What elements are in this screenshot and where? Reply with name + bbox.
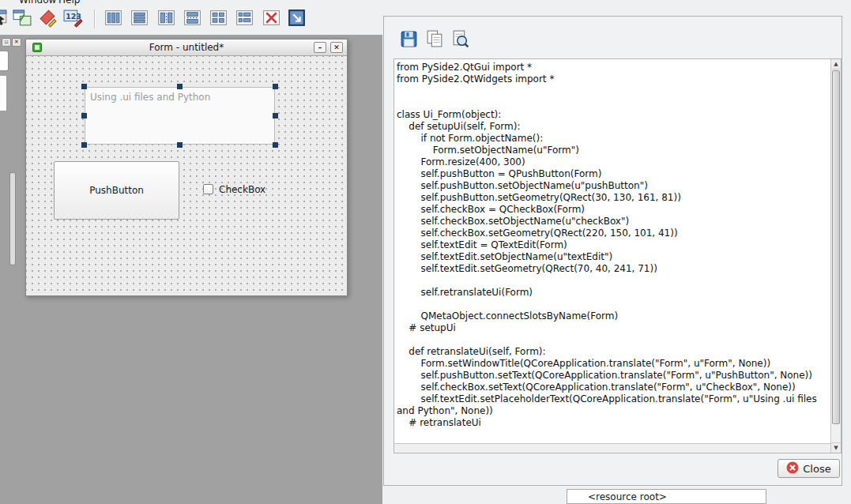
code-line [397, 97, 830, 109]
selection-handle-w[interactable] [81, 113, 87, 118]
checkbox-widget[interactable]: CheckBox [203, 182, 265, 196]
close-button[interactable]: Close [778, 459, 840, 478]
code-line: self.pushButton = QPushButton(Form) [397, 168, 830, 180]
form-canvas[interactable]: Using .ui files and Python PushButton Ch… [26, 56, 347, 295]
code-area: from PySide2.QtGui import *from PySide2.… [393, 58, 842, 453]
scroll-up-arrow[interactable]: ▲ [831, 59, 841, 70]
edit-signals-slots-icon[interactable] [13, 8, 32, 28]
selection-handle-n[interactable] [177, 84, 183, 89]
pushbutton-widget[interactable]: PushButton [54, 161, 179, 220]
menu-help[interactable]: Help [58, 0, 80, 6]
selection-handle-s[interactable] [177, 142, 183, 148]
selection-handle-se[interactable] [273, 142, 278, 148]
code-line: self.checkBox.setObjectName(u"checkBox") [397, 216, 830, 228]
layout-vertical-icon[interactable] [130, 8, 149, 28]
checkbox-indicator[interactable] [203, 184, 213, 194]
textedit-widget[interactable]: Using .ui files and Python [85, 87, 275, 145]
code-line: self.pushButton.setObjectName(u"pushButt… [397, 180, 830, 192]
code-line: self.retranslateUi(Form) [397, 287, 830, 299]
code-editor[interactable]: from PySide2.QtGui import *from PySide2.… [394, 59, 830, 443]
minimize-button[interactable]: – [314, 42, 326, 53]
code-line: self.textEdit.setObjectName(u"textEdit") [397, 251, 830, 263]
code-line: Form.setObjectName(u"Form") [397, 145, 830, 156]
pushbutton-label: PushButton [89, 185, 144, 196]
code-line: def setupUi(self, Form): [397, 121, 830, 133]
code-line: from PySide2.QtWidgets import * [397, 73, 830, 85]
edit-tab-order-icon[interactable]: 123 [63, 8, 83, 28]
dock-close-button[interactable]: ✕ [12, 38, 21, 47]
form-window-title: Form - untitled* [26, 42, 347, 53]
close-window-button[interactable]: ✕ [330, 42, 343, 53]
widgetbox-filter-input[interactable] [0, 51, 9, 71]
menu-window[interactable]: Window [19, 0, 56, 6]
code-line: and Python", None)) [397, 405, 830, 417]
form-designer-window[interactable]: Form - untitled* – ✕ Using .ui files and… [25, 39, 348, 296]
vertical-scrollbar[interactable]: ▲ ▼ [830, 59, 841, 453]
scroll-down-arrow[interactable]: ▼ [831, 442, 841, 453]
layout-vertical-splitter-icon[interactable] [183, 8, 202, 28]
edit-buddies-icon[interactable] [38, 8, 58, 28]
textedit-placeholder: Using .ui files and Python [90, 92, 210, 103]
code-line: self.checkBox.setText(QCoreApplication.t… [397, 382, 830, 393]
form-titlebar[interactable]: Form - untitled* – ✕ [26, 39, 347, 56]
code-line: self.textEdit.setPlaceholderText(QCoreAp… [397, 393, 830, 405]
resource-root-item[interactable]: <resource root> [567, 490, 766, 502]
code-preview-dialog: from PySide2.QtGui import *from PySide2.… [383, 16, 842, 486]
widgetbox-scrollbar[interactable] [9, 172, 16, 265]
code-line: self.pushButton.setGeometry(QRect(30, 13… [397, 192, 830, 204]
layout-grid-icon[interactable] [209, 8, 228, 28]
code-line: self.checkBox.setGeometry(QRect(220, 150… [397, 228, 830, 239]
code-line: def retranslateUi(self, Form): [397, 346, 830, 358]
selection-handle-nw[interactable] [81, 84, 87, 89]
break-layout-icon[interactable] [262, 8, 281, 28]
code-line: self.checkBox = QCheckBox(Form) [397, 204, 830, 216]
edit-widgets-icon[interactable] [0, 8, 9, 28]
layout-form-icon[interactable] [235, 8, 254, 28]
code-line: class Ui_Form(object): [397, 109, 830, 121]
resource-browser-panel: <resource root> [567, 489, 766, 504]
widgetbox-panel-fragment [0, 76, 7, 111]
close-button-icon [786, 461, 799, 476]
adjust-size-icon[interactable] [287, 8, 307, 28]
layout-horizontal-icon[interactable] [104, 8, 123, 28]
dock-float-button[interactable]: ▫ [2, 38, 11, 47]
application-window: Window Help 123 [0, 0, 851, 504]
code-line: self.textEdit = QTextEdit(Form) [397, 239, 830, 251]
copy-icon[interactable] [425, 29, 445, 49]
menubar: Window Help [0, 0, 851, 6]
print-preview-icon[interactable] [450, 29, 470, 49]
code-line: self.pushButton.setText(QCoreApplication… [397, 370, 830, 382]
layout-horizontal-splitter-icon[interactable] [156, 8, 176, 28]
code-line: if not Form.objectName(): [397, 133, 830, 145]
code-line: # setupUi [397, 322, 830, 334]
close-button-label: Close [803, 463, 830, 475]
toolbar-separator [94, 9, 96, 28]
code-line: Form.setWindowTitle(QCoreApplication.tra… [397, 358, 830, 370]
code-line: # retranslateUi [397, 417, 830, 429]
svg-text:123: 123 [66, 12, 81, 21]
code-line: from PySide2.QtGui import * [397, 62, 830, 73]
save-icon[interactable] [399, 29, 419, 49]
selection-handle-sw[interactable] [81, 142, 87, 148]
horizontal-scrollbar[interactable] [394, 443, 830, 453]
selection-handle-e[interactable] [273, 113, 278, 118]
main-toolbar: 123 [0, 6, 382, 35]
code-line [397, 85, 830, 97]
scrollbar-thumb[interactable] [832, 70, 840, 424]
code-line [397, 299, 830, 310]
code-line [397, 275, 830, 287]
code-line [397, 334, 830, 346]
selection-handle-ne[interactable] [273, 84, 278, 89]
code-line: self.textEdit.setGeometry(QRect(70, 40, … [397, 263, 830, 275]
code-line: Form.resize(400, 300) [397, 156, 830, 168]
checkbox-label: CheckBox [219, 184, 265, 195]
code-line: QMetaObject.connectSlotsByName(Form) [397, 310, 830, 322]
